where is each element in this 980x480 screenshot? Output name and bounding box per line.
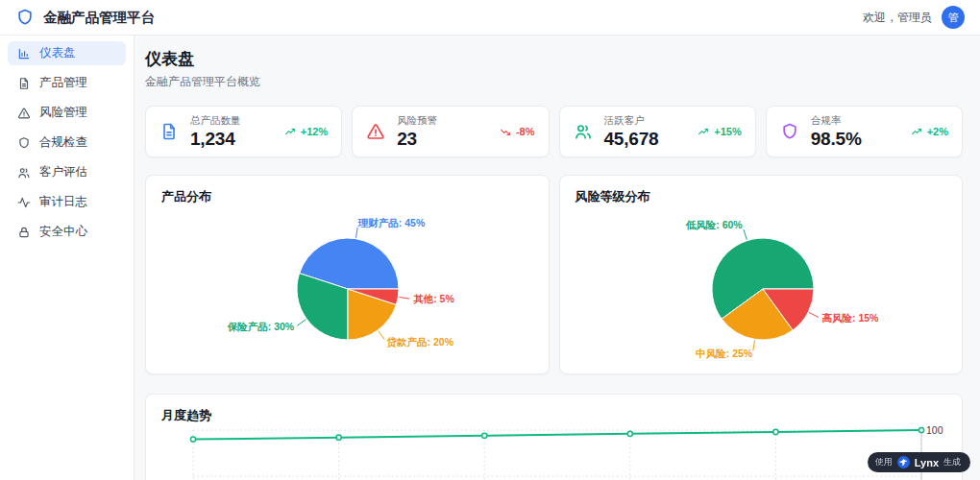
sidebar-item-security[interactable]: 安全中心 bbox=[8, 220, 126, 244]
users-icon bbox=[574, 122, 593, 141]
alert-triangle-icon bbox=[17, 107, 31, 120]
bar-chart-icon bbox=[17, 47, 31, 60]
svg-text:高风险: 15%: 高风险: 15% bbox=[821, 312, 879, 324]
app-title: 金融产品管理平台 bbox=[43, 9, 155, 27]
sidebar-item-label: 审计日志 bbox=[39, 194, 87, 210]
user-avatar[interactable]: 管 bbox=[942, 6, 965, 29]
svg-text:中风险: 25%: 中风险: 25% bbox=[696, 348, 753, 359]
trending-down-icon bbox=[500, 126, 512, 138]
svg-text:100: 100 bbox=[926, 424, 943, 436]
badge-brand: Lynx bbox=[915, 457, 939, 468]
activity-icon bbox=[17, 196, 31, 209]
monthly-trend-card: 月度趋势 100 bbox=[145, 394, 963, 480]
svg-text:贷款产品: 20%: 贷款产品: 20% bbox=[386, 336, 454, 348]
stat-card-risk-alerts: 风险预警 23 -8% bbox=[352, 106, 549, 157]
svg-text:低风险: 60%: 低风险: 60% bbox=[684, 219, 743, 230]
sidebar-item-audit[interactable]: 审计日志 bbox=[8, 190, 126, 214]
stat-label: 风险预警 bbox=[397, 114, 437, 128]
file-text-icon bbox=[159, 122, 179, 141]
stat-value: 23 bbox=[397, 129, 437, 150]
page-subtitle: 金融产品管理平台概览 bbox=[145, 74, 963, 90]
stat-value: 45,678 bbox=[604, 129, 659, 150]
stat-value: 98.5% bbox=[811, 129, 862, 150]
page-title: 仪表盘 bbox=[145, 48, 963, 70]
shield-icon bbox=[780, 122, 799, 141]
stat-label: 合规率 bbox=[811, 114, 862, 128]
sidebar-item-label: 合规检查 bbox=[39, 134, 87, 151]
sidebar-item-risk[interactable]: 风险管理 bbox=[8, 101, 126, 125]
product-distribution-card: 产品分布 理财产品: 45%保险产品: 30%贷款产品: 20%其他: 5% bbox=[145, 175, 550, 374]
sidebar-item-dashboard[interactable]: 仪表盘 bbox=[8, 41, 126, 65]
svg-text:其他: 5%: 其他: 5% bbox=[413, 293, 454, 304]
users-icon bbox=[17, 166, 31, 180]
stat-trend: +12% bbox=[284, 126, 328, 138]
shield-logo-icon bbox=[15, 8, 35, 27]
stat-card-total-products: 总产品数量 1,234 +12% bbox=[145, 106, 342, 157]
lynx-logo-icon bbox=[897, 456, 910, 468]
stat-label: 活跃客户 bbox=[604, 114, 659, 128]
sidebar-item-compliance[interactable]: 合规检查 bbox=[8, 131, 126, 155]
shield-icon bbox=[17, 136, 31, 150]
sidebar-item-customers[interactable]: 客户评估 bbox=[8, 160, 126, 184]
lynx-generated-badge[interactable]: 使用 Lynx 生成 bbox=[868, 452, 970, 472]
risk-level-distribution-card: 风险等级分布 低风险: 60%中风险: 25%高风险: 15% bbox=[559, 175, 964, 374]
lock-icon bbox=[17, 226, 31, 239]
file-text-icon bbox=[17, 77, 31, 90]
app-header: 金融产品管理平台 欢迎，管理员 管 bbox=[0, 0, 980, 36]
welcome-text: 欢迎，管理员 bbox=[863, 10, 932, 26]
trending-up-icon bbox=[284, 126, 297, 138]
alert-triangle-icon bbox=[366, 122, 385, 141]
badge-suffix: 生成 bbox=[943, 456, 961, 468]
sidebar-item-label: 风险管理 bbox=[39, 105, 87, 121]
stat-card-active-customers: 活跃客户 45,678 +15% bbox=[559, 106, 756, 157]
brand: 金融产品管理平台 bbox=[15, 8, 155, 27]
chart-title: 月度趋势 bbox=[146, 395, 962, 424]
monthly-trend-line-chart: 100 bbox=[146, 423, 963, 480]
svg-text:理财产品: 45%: 理财产品: 45% bbox=[357, 217, 426, 228]
sidebar-item-label: 产品管理 bbox=[39, 75, 87, 91]
stat-card-compliance-rate: 合规率 98.5% +2% bbox=[766, 106, 963, 157]
main-content: 仪表盘 金融产品管理平台概览 总产品数量 1,234 +12% 风险预警 23 … bbox=[135, 36, 980, 480]
product-distribution-pie-chart: 理财产品: 45%保险产品: 30%贷款产品: 20%其他: 5% bbox=[146, 201, 550, 374]
stat-trend: +15% bbox=[698, 126, 741, 138]
sidebar-item-products[interactable]: 产品管理 bbox=[8, 71, 126, 95]
charts-row: 产品分布 理财产品: 45%保险产品: 30%贷款产品: 20%其他: 5% 风… bbox=[145, 175, 963, 374]
sidebar: 仪表盘 产品管理 风险管理 合规检查 客户评估 审计日志 安全中心 bbox=[0, 36, 135, 480]
stat-trend: -8% bbox=[500, 126, 535, 138]
trending-up-icon bbox=[698, 126, 710, 138]
stat-label: 总产品数量 bbox=[190, 114, 241, 128]
stats-row: 总产品数量 1,234 +12% 风险预警 23 -8% 活跃客户 45 bbox=[145, 106, 963, 157]
risk-level-pie-chart: 低风险: 60%中风险: 25%高风险: 15% bbox=[560, 201, 964, 374]
sidebar-item-label: 客户评估 bbox=[39, 164, 87, 180]
badge-prefix: 使用 bbox=[875, 456, 893, 468]
stat-value: 1,234 bbox=[190, 129, 241, 150]
sidebar-item-label: 仪表盘 bbox=[39, 45, 76, 61]
trending-up-icon bbox=[911, 126, 923, 138]
sidebar-item-label: 安全中心 bbox=[39, 224, 87, 240]
svg-text:保险产品: 30%: 保险产品: 30% bbox=[227, 321, 295, 332]
stat-trend: +2% bbox=[911, 126, 948, 138]
